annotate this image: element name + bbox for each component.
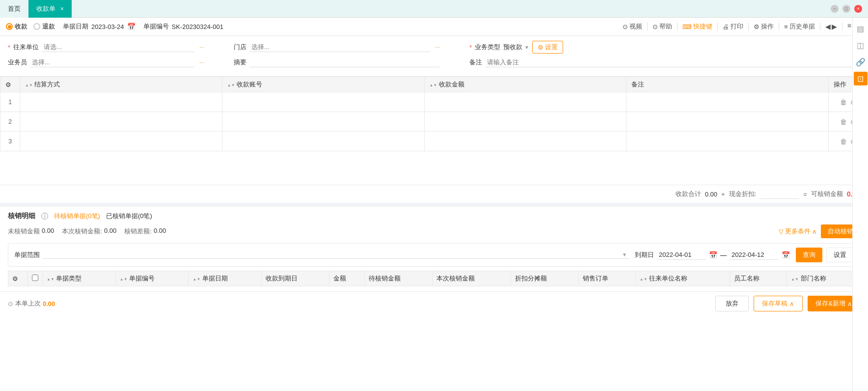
right-sidebar: ▤ ◫ 🔗 ⊡ bbox=[852, 18, 868, 391]
business-type-select[interactable]: 预收款 ▼ bbox=[503, 43, 529, 52]
footer-info-icon[interactable]: ⊙ bbox=[8, 300, 13, 307]
tab-close-icon[interactable]: × bbox=[60, 0, 64, 18]
col-note: 备注 bbox=[626, 77, 829, 92]
pending-tab[interactable]: 待核销单据(0笔) bbox=[54, 212, 100, 221]
settlement-2[interactable] bbox=[20, 112, 222, 131]
note-1[interactable] bbox=[626, 92, 828, 112]
hexiao-stats: 未核销金额 0.00 本次核销金额: 0.00 核销差额: 0.00 ▽ 更多条… bbox=[8, 224, 860, 238]
print-btn[interactable]: 🖨 打印 bbox=[723, 22, 743, 31]
range-select-chevron: ▼ bbox=[622, 252, 627, 257]
help-btn[interactable]: ⊙ 帮助 bbox=[652, 22, 672, 31]
bottom-col-amount: 金额 bbox=[329, 271, 365, 286]
sidebar-icon-2[interactable]: ◫ bbox=[854, 38, 868, 52]
operation-btn[interactable]: ⚙ 操作 bbox=[754, 22, 774, 31]
history-btn[interactable]: ≡ 历史单据 bbox=[784, 22, 815, 31]
bill-range-field: 单据范围 ▼ bbox=[14, 251, 629, 259]
partner-more-btn[interactable]: ··· bbox=[199, 44, 204, 51]
main-content: 收款 退款 单据日期 2023-03-24 📅 单据编号 SK-20230324… bbox=[0, 18, 868, 391]
abandon-btn[interactable]: 放弃 bbox=[715, 296, 749, 311]
settings-btn[interactable]: ⚙ 设置 bbox=[532, 41, 563, 54]
delete-row-2-btn[interactable]: 🗑 bbox=[840, 118, 847, 126]
save-draft-btn[interactable]: 保存草稿 ∧ bbox=[754, 296, 803, 311]
tab-bar: 首页 收款单 × － □ × bbox=[0, 0, 868, 18]
footer: ⊙ 本单上次 0.00 放弃 保存草稿 ∧ 保存&新增 ∧ bbox=[0, 291, 868, 315]
sidebar-icon-4[interactable]: ⊡ bbox=[854, 72, 868, 85]
partner-input[interactable] bbox=[42, 42, 194, 52]
account-2[interactable] bbox=[222, 112, 424, 131]
delete-row-3-btn[interactable]: 🗑 bbox=[840, 138, 847, 145]
settlement-1[interactable] bbox=[20, 92, 222, 112]
window-minimize-btn[interactable]: － bbox=[831, 5, 839, 13]
note-3[interactable] bbox=[626, 132, 828, 151]
bottom-table-area: ⚙ ▲▼ 单据类型 ▲▼ 单据编号 ▲▼ bbox=[8, 271, 860, 286]
footer-right: 放弃 保存草稿 ∧ 保存&新增 ∧ bbox=[715, 296, 860, 311]
note-input[interactable] bbox=[485, 57, 860, 67]
bottom-col-gear[interactable]: ⚙ bbox=[8, 271, 28, 286]
footer-value: 0.00 bbox=[43, 300, 55, 307]
section-divider bbox=[0, 203, 868, 207]
staff-field: 业务员 ··· bbox=[8, 57, 204, 67]
more-conditions-btn[interactable]: ▽ 更多条件 ∧ bbox=[779, 227, 817, 236]
date-to-input[interactable] bbox=[730, 250, 779, 260]
amount-2[interactable] bbox=[425, 112, 626, 131]
diff-value: 0.00 bbox=[154, 227, 166, 236]
done-tab[interactable]: 已核销单据(0笔) bbox=[106, 212, 152, 221]
bottom-col-bill-date: ▲▼ 单据日期 bbox=[189, 271, 262, 286]
sidebar-icon-3[interactable]: 🔗 bbox=[854, 55, 868, 69]
col-gear[interactable]: ⚙ bbox=[0, 77, 20, 92]
history-icon: ≡ bbox=[784, 23, 788, 30]
filter-icon: ▽ bbox=[779, 228, 784, 235]
discount-input[interactable] bbox=[760, 189, 799, 199]
amount-1[interactable] bbox=[425, 92, 626, 112]
select-all-checkbox[interactable] bbox=[32, 275, 38, 281]
date-to-calendar-icon[interactable]: 📅 bbox=[782, 251, 790, 259]
store-more-btn[interactable]: ··· bbox=[435, 44, 440, 51]
date-from-calendar-icon[interactable]: 📅 bbox=[709, 251, 717, 259]
window-maximize-btn[interactable]: □ bbox=[842, 5, 850, 13]
staff-input[interactable] bbox=[30, 57, 194, 67]
account-3[interactable] bbox=[222, 132, 424, 151]
form-row-1: * 往来单位 ··· 门店 ··· * 业务类型 预收款 ▼ ⚙ bbox=[8, 41, 860, 54]
bottom-col-bill-type: ▲▼ 单据类型 bbox=[43, 271, 116, 286]
shortcut-icon: ⌨ bbox=[682, 23, 692, 30]
staff-more-btn[interactable]: ··· bbox=[199, 59, 204, 66]
hexiao-right: ▽ 更多条件 ∧ 自动核销 bbox=[779, 224, 860, 238]
table-area: ⚙ ▲▼ 结算方式 ▲▼ 收款账号 ▲▼ 收款金额 备注 bbox=[0, 77, 868, 185]
tab-receipt[interactable]: 收款单 × bbox=[28, 0, 72, 18]
sidebar-icon-1[interactable]: ▤ bbox=[854, 22, 868, 35]
window-close-btn[interactable]: × bbox=[854, 5, 862, 13]
date-field-group: 单据日期 2023-03-24 📅 bbox=[63, 22, 136, 31]
settlement-3[interactable] bbox=[20, 132, 222, 151]
receipt-radio-circle bbox=[6, 23, 13, 30]
filter-row: 单据范围 ▼ 到期日 📅 — 📅 查询 设置 bbox=[8, 243, 860, 267]
date-calendar-icon[interactable]: 📅 bbox=[127, 23, 136, 30]
account-1[interactable] bbox=[222, 92, 424, 112]
nav-next-btn[interactable]: ▶ bbox=[832, 23, 837, 30]
hexiao-info-icon[interactable]: i bbox=[41, 213, 48, 220]
amount-3[interactable] bbox=[425, 132, 626, 151]
video-btn[interactable]: ⊙ 视频 bbox=[623, 22, 642, 31]
note-2[interactable] bbox=[626, 112, 828, 131]
bottom-col-staff: 员工名称 bbox=[730, 271, 787, 286]
delete-row-1-btn[interactable]: 🗑 bbox=[840, 98, 847, 106]
receipt-radio[interactable]: 收款 bbox=[6, 22, 27, 31]
filter-settings-btn[interactable]: 设置 bbox=[826, 248, 854, 262]
nav-prev-btn[interactable]: ◀ bbox=[825, 23, 831, 30]
summary-input[interactable] bbox=[249, 57, 440, 67]
col-amount: ▲▼ 收款金额 bbox=[424, 77, 626, 92]
layout-list-btn[interactable]: ≡ bbox=[847, 22, 851, 31]
date-value: 2023-03-24 bbox=[91, 23, 124, 30]
tab-home[interactable]: 首页 bbox=[0, 0, 28, 18]
query-btn[interactable]: 查询 bbox=[796, 248, 822, 262]
bill-range-select[interactable]: ▼ bbox=[43, 251, 629, 259]
operation-icon: ⚙ bbox=[754, 23, 760, 30]
shortcut-btn[interactable]: ⌨ 快捷键 bbox=[682, 22, 712, 31]
date-from-input[interactable] bbox=[657, 250, 706, 260]
footer-info: ⊙ 本单上次 0.00 bbox=[8, 299, 55, 308]
refund-radio[interactable]: 退款 bbox=[33, 22, 55, 31]
summary-row: 收款合计 0.00 + 现金折扣: = 可核销金额 0.00 bbox=[0, 185, 868, 203]
bottom-col-bill-no: ▲▼ 单据编号 bbox=[115, 271, 189, 286]
partner-field: * 往来单位 ··· bbox=[8, 42, 204, 52]
bottom-col-dept: ▲▼ 部门名称 bbox=[787, 271, 860, 286]
store-input[interactable] bbox=[249, 42, 430, 52]
